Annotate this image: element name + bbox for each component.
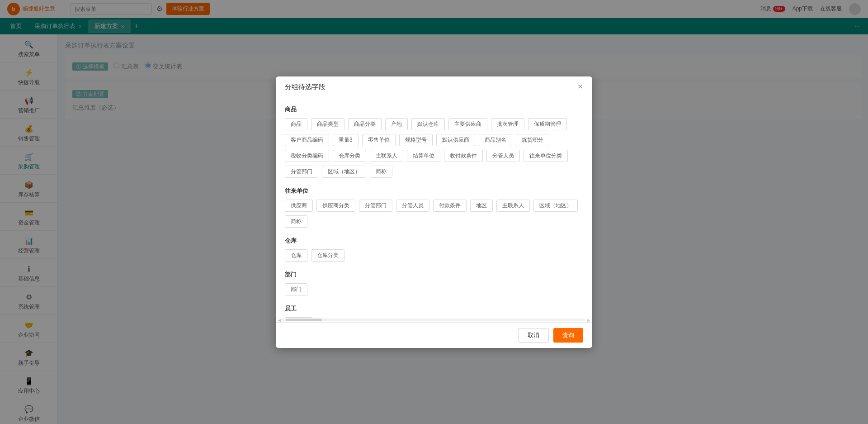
field-tag[interactable]: 地区 [470, 200, 493, 212]
section-title-部门: 部门 [285, 271, 583, 279]
field-tag[interactable]: 收付款条件 [444, 150, 483, 162]
field-tag[interactable]: 重量3 [333, 134, 359, 146]
modal-close-button[interactable]: ✕ [577, 83, 583, 91]
modal-title: 分组待选字段 [285, 83, 326, 91]
field-tag[interactable]: 商品 [285, 118, 307, 130]
modal-header: 分组待选字段 ✕ [276, 76, 592, 98]
field-tag[interactable]: 主要供应商 [448, 118, 487, 130]
field-tag[interactable]: 规格型号 [399, 134, 433, 146]
field-tag[interactable]: 商品分类 [348, 118, 382, 130]
field-tags-部门: 部门 [285, 283, 583, 295]
field-tag[interactable]: 默认仓库 [411, 118, 445, 130]
scroll-thumb[interactable] [286, 319, 322, 321]
field-tags-商品: 商品商品类型商品分类产地默认仓库主要供应商批次管理保质期管理客户商品编码重量3零… [285, 118, 583, 178]
modal-horizontal-scrollbar[interactable]: ◀ ▶ [276, 318, 592, 322]
section-title-往来单位: 往来单位 [285, 187, 583, 195]
field-tag[interactable]: 主联系人 [496, 200, 530, 212]
field-tag[interactable]: 分管人员 [486, 150, 520, 162]
field-tag[interactable]: 保质期管理 [528, 118, 567, 130]
field-section-部门: 部门部门 [285, 271, 583, 295]
field-tags-往来单位: 供应商供应商分类分管部门分管人员付款条件地区主联系人区域（地区）简称 [285, 200, 583, 228]
field-tag[interactable]: 仓库分类 [333, 150, 366, 162]
field-section-往来单位: 往来单位供应商供应商分类分管部门分管人员付款条件地区主联系人区域（地区）简称 [285, 187, 583, 228]
field-section-员工: 员工业务员 [285, 305, 583, 318]
field-tag[interactable]: 往来单位分类 [524, 150, 568, 162]
field-tag[interactable]: 商品别名 [479, 134, 512, 146]
section-title-仓库: 仓库 [285, 237, 583, 245]
modal-body[interactable]: 商品商品商品类型商品分类产地默认仓库主要供应商批次管理保质期管理客户商品编码重量… [276, 98, 592, 318]
field-tag[interactable]: 分管部门 [359, 200, 392, 212]
field-tag[interactable]: 区域（地区） [533, 200, 578, 212]
field-tag[interactable]: 产地 [385, 118, 408, 130]
field-tag[interactable]: 批次管理 [491, 118, 524, 130]
field-tag[interactable]: 分管部门 [285, 166, 318, 178]
modal-overlay: 分组待选字段 ✕ 商品商品商品类型商品分类产地默认仓库主要供应商批次管理保质期管… [0, 0, 868, 424]
field-tag[interactable]: 炼货积分 [516, 134, 549, 146]
field-tag[interactable]: 仓库 [285, 249, 307, 262]
field-tag[interactable]: 简称 [370, 166, 392, 178]
field-tag[interactable]: 结算单位 [407, 150, 440, 162]
field-tag[interactable]: 零售单位 [362, 134, 396, 146]
field-section-商品: 商品商品商品类型商品分类产地默认仓库主要供应商批次管理保质期管理客户商品编码重量… [285, 105, 583, 178]
field-select-modal: 分组待选字段 ✕ 商品商品商品类型商品分类产地默认仓库主要供应商批次管理保质期管… [276, 76, 592, 348]
modal-footer: 取消 查询 [276, 322, 592, 348]
field-tag[interactable]: 税收分类编码 [285, 150, 329, 162]
field-tag[interactable]: 付款条件 [433, 200, 467, 212]
field-tag[interactable]: 商品类型 [311, 118, 344, 130]
field-tag[interactable]: 供应商 [285, 200, 313, 212]
field-tag[interactable]: 简称 [285, 215, 307, 228]
section-title-商品: 商品 [285, 105, 583, 114]
field-tag[interactable]: 区域（地区） [322, 166, 366, 178]
field-tag[interactable]: 主联系人 [370, 150, 403, 162]
field-tag[interactable]: 默认供应商 [436, 134, 475, 146]
field-tag[interactable]: 部门 [285, 283, 307, 295]
field-tags-仓库: 仓库仓库分类 [285, 249, 583, 262]
section-title-员工: 员工 [285, 305, 583, 313]
cancel-button[interactable]: 取消 [518, 328, 549, 343]
field-section-仓库: 仓库仓库仓库分类 [285, 237, 583, 262]
field-tag[interactable]: 供应商分类 [316, 200, 355, 212]
field-tag[interactable]: 分管人员 [396, 200, 429, 212]
field-tag[interactable]: 仓库分类 [311, 249, 344, 262]
confirm-button[interactable]: 查询 [553, 328, 583, 343]
scroll-track [281, 319, 585, 321]
field-tag[interactable]: 客户商品编码 [285, 134, 329, 146]
